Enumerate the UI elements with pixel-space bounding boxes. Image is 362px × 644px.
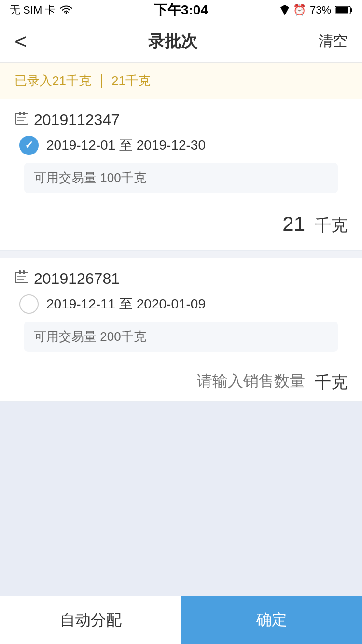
sales-quantity-input[interactable]	[160, 372, 305, 390]
amount-row-1: 21 千克	[0, 203, 362, 251]
batch-id-2: 2019126781	[34, 270, 120, 288]
svg-rect-4	[19, 112, 21, 115]
batch-item-1: 2019112347 2019-12-01 至 2019-12-30 可用交易量…	[0, 99, 362, 203]
location-icon	[280, 5, 289, 15]
auto-distribute-button[interactable]: 自动分配	[0, 596, 181, 644]
total-info: 21千克	[111, 72, 151, 89]
batch-id-1: 2019112347	[34, 111, 120, 129]
battery-icon	[335, 5, 352, 15]
status-left: 无 SIM 卡	[10, 3, 73, 17]
svg-rect-9	[19, 270, 21, 274]
clear-button[interactable]: 清空	[319, 31, 348, 51]
batch-icon-1	[14, 112, 29, 128]
batch-header-2: 2019126781	[14, 270, 348, 288]
status-bar: 无 SIM 卡 下午3:04 ⏰ 73%	[0, 0, 362, 20]
batch-date-1: 2019-12-01 至 2019-12-30	[46, 136, 206, 154]
wifi-icon	[59, 5, 73, 15]
no-sim-text: 无 SIM 卡	[10, 3, 56, 17]
confirm-button[interactable]: 确定	[181, 596, 362, 644]
empty-area	[0, 402, 362, 605]
batch-date-row-2[interactable]: 2019-12-11 至 2020-01-09	[14, 294, 348, 314]
info-bar: 已录入21千克 21千克	[0, 63, 362, 99]
batch-item-2: 2019126781 2019-12-11 至 2020-01-09 可用交易量…	[0, 258, 362, 362]
input-unit-label: 千克	[315, 371, 348, 393]
page-title: 录批次	[148, 30, 197, 53]
svg-rect-1	[350, 8, 352, 12]
svg-rect-5	[23, 112, 25, 115]
svg-rect-10	[23, 270, 25, 274]
amount-unit-1: 千克	[315, 214, 348, 237]
amount-value-1: 21	[282, 212, 305, 236]
batch-radio-2[interactable]	[19, 294, 39, 314]
input-row-2: 千克	[0, 362, 362, 402]
battery-percent: 73%	[310, 4, 331, 16]
section-separator	[0, 251, 362, 258]
back-button[interactable]: <	[14, 29, 27, 54]
svg-rect-3	[15, 113, 28, 124]
nav-bar: < 录批次 清空	[0, 20, 362, 63]
bottom-bar: 自动分配 确定	[0, 596, 362, 644]
batch-header-1: 2019112347	[14, 111, 348, 129]
batch-date-row-1[interactable]: 2019-12-01 至 2019-12-30	[14, 136, 348, 155]
svg-rect-2	[336, 7, 348, 14]
recorded-info: 已录入21千克	[14, 72, 91, 89]
batch-available-1: 可用交易量 100千克	[24, 163, 338, 193]
alarm-icon: ⏰	[293, 4, 306, 16]
info-divider	[101, 74, 102, 88]
batch-icon-2	[14, 270, 29, 287]
status-right: ⏰ 73%	[280, 4, 352, 16]
status-time: 下午3:04	[154, 1, 208, 19]
batch-date-2: 2019-12-11 至 2020-01-09	[46, 295, 206, 313]
batch-available-2: 可用交易量 200千克	[24, 322, 338, 352]
batch-radio-1[interactable]	[19, 136, 39, 155]
svg-rect-8	[15, 272, 28, 283]
